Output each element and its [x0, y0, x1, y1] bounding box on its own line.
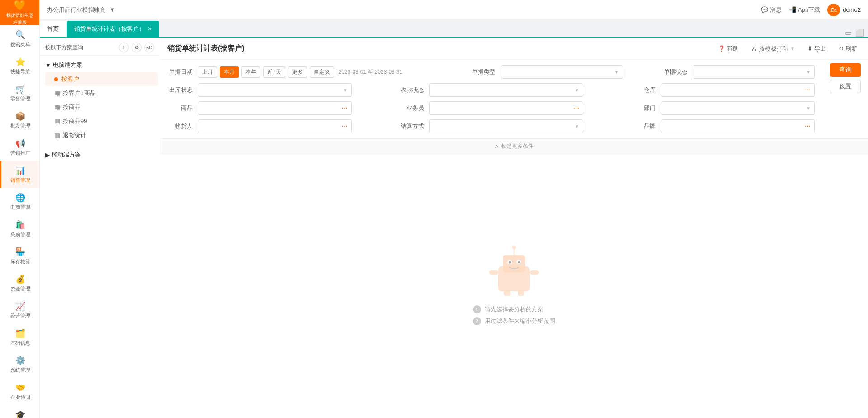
- sidebar-item-wholesale[interactable]: 📦 批发管理: [0, 107, 40, 134]
- settings-scheme-btn[interactable]: ⚙: [132, 43, 142, 52]
- date-btn-this-month[interactable]: 本月: [220, 66, 239, 78]
- filter-row-2: 出库状态 ▼ 收款状态 ▼ 仓库: [167, 83, 861, 97]
- settlement-label: 结算方式: [399, 122, 424, 130]
- hint-2-text: 用过滤条件来缩小分析范围: [485, 317, 555, 325]
- recipient-ellipsis-icon[interactable]: ···: [341, 122, 347, 130]
- app-download-icon: 📲: [789, 6, 796, 13]
- panel-item-by-product-99[interactable]: ▤ 按商品99: [45, 114, 158, 128]
- refresh-btn[interactable]: ↻ 刷新: [835, 43, 861, 55]
- sidebar-item-inventory[interactable]: 🏪 库存核算: [0, 242, 40, 270]
- doc-status-select[interactable]: ▼: [693, 65, 815, 79]
- sidebar-wholesale-label: 批发管理: [10, 123, 30, 129]
- panel-item-by-customer-product-label: 按客户+商品: [63, 89, 96, 97]
- receipt-status-select[interactable]: ▼: [429, 83, 583, 97]
- dept-select[interactable]: ▼: [661, 101, 815, 115]
- empty-hints: 1 请先选择要分析的方案 2 用过滤条件来缩小分析范围: [473, 305, 555, 329]
- svg-rect-7: [530, 270, 539, 275]
- query-btn[interactable]: 查询: [830, 63, 861, 77]
- help-btn[interactable]: ❓ 帮助: [714, 43, 742, 55]
- goods-input[interactable]: ···: [198, 101, 352, 115]
- dept-label: 部门: [630, 104, 656, 112]
- page-header: 销货单统计计表(按客户) ❓ 帮助 🖨 按模板打印 ▼ ⬇ 导出: [160, 38, 868, 60]
- date-btn-custom[interactable]: 自定义: [310, 66, 334, 78]
- sidebar-item-sales[interactable]: 📊 销售管理: [0, 161, 40, 188]
- out-status-label: 出库状态: [167, 86, 193, 94]
- mobile-section-arrow: ▶: [45, 152, 50, 158]
- date-btn-more[interactable]: 更多: [288, 66, 307, 78]
- wholesale-icon: 📦: [15, 111, 25, 121]
- panel-item-by-customer[interactable]: 按客户: [45, 72, 158, 86]
- breadcrumb: 办公用品行业模拟账套 ▼: [47, 6, 115, 14]
- date-btn-this-year[interactable]: 本年: [241, 66, 260, 78]
- date-btn-last-month[interactable]: 上月: [198, 66, 217, 78]
- settings-btn[interactable]: 设置: [830, 80, 861, 93]
- enterprise-icon: 🤝: [15, 383, 25, 393]
- sidebar-item-quicknav[interactable]: ⭐ 快捷导航: [0, 52, 40, 80]
- app-download-label: App下载: [798, 6, 820, 14]
- doc-type-select[interactable]: ▼: [501, 65, 623, 79]
- date-label: 单据日期: [167, 68, 193, 76]
- out-status-select[interactable]: ▼: [198, 83, 352, 97]
- search-menu-icon: 🔍: [15, 30, 25, 40]
- inventory-icon: 🏪: [15, 247, 25, 257]
- panel-item-by-customer-product[interactable]: ▦ 按客户+商品: [45, 86, 158, 100]
- staff-ellipsis-icon[interactable]: ···: [573, 104, 579, 112]
- sidebar-item-system[interactable]: ⚙️ 系统管理: [0, 351, 40, 378]
- settlement-select[interactable]: ▼: [429, 119, 583, 133]
- sidebar-item-purchase[interactable]: 🛍️ 采购管理: [0, 215, 40, 242]
- left-panel-actions: + ⚙ ≪: [119, 43, 154, 52]
- tab-minimize-icon[interactable]: ▭: [845, 28, 852, 37]
- collapse-panel-btn[interactable]: ≪: [144, 43, 154, 52]
- warehouse-input[interactable]: ···: [661, 83, 815, 97]
- tab-close-icon[interactable]: ✕: [147, 26, 152, 32]
- left-panel-header: 按以下方案查询 + ⚙ ≪: [40, 38, 160, 56]
- out-status-arrow-icon: ▼: [343, 88, 348, 93]
- active-dot-icon: [54, 77, 58, 81]
- date-btn-7days[interactable]: 近7天: [263, 66, 285, 78]
- collapse-bar[interactable]: ∧ 收起更多条件: [160, 139, 868, 154]
- sidebar-item-retail[interactable]: 🛒 零售管理: [0, 80, 40, 107]
- warehouse-ellipsis-icon[interactable]: ···: [805, 86, 811, 94]
- sidebar-item-operations[interactable]: 📈 经营管理: [0, 297, 40, 324]
- brand-ellipsis-icon[interactable]: ···: [805, 122, 811, 130]
- tab-home-label: 首页: [47, 25, 59, 33]
- message-btn[interactable]: 💬 消息: [761, 6, 782, 14]
- system-icon: ⚙️: [15, 356, 25, 366]
- tab-home[interactable]: 首页: [40, 21, 66, 37]
- mobile-section-title[interactable]: ▶ 移动端方案: [40, 148, 160, 162]
- sidebar-item-ecommerce[interactable]: 🌐 电商管理: [0, 188, 40, 215]
- sidebar-item-search[interactable]: 🔍 搜索菜单: [0, 25, 40, 52]
- export-btn[interactable]: ⬇ 导出: [804, 43, 830, 55]
- sidebar-quicknav-label: 快捷导航: [10, 68, 30, 75]
- receipt-status-label: 收款状态: [399, 86, 424, 94]
- desktop-section-title[interactable]: ▼ 电脑端方案: [40, 58, 160, 72]
- template-print-btn[interactable]: 🖨 按模板打印 ▼: [748, 43, 798, 55]
- brand-input[interactable]: ···: [661, 119, 815, 133]
- content-area: 按以下方案查询 + ⚙ ≪ ▼ 电脑端方案 按客户: [40, 38, 868, 418]
- staff-input[interactable]: ···: [429, 101, 583, 115]
- sidebar-enterprise-label: 企业协同: [10, 394, 30, 401]
- panel-item-return-stat[interactable]: ▤ 退货统计: [45, 128, 158, 142]
- recipient-label: 收货人: [167, 122, 193, 130]
- tab-maximize-icon[interactable]: ⬜: [855, 28, 864, 37]
- tab-sales-stat[interactable]: 销货单统计计表（按客户） ✕: [67, 21, 159, 37]
- panel-item-by-product[interactable]: ▦ 按商品: [45, 100, 158, 114]
- purchase-icon: 🛍️: [15, 220, 25, 230]
- empty-svg: [487, 244, 541, 298]
- add-scheme-btn[interactable]: +: [119, 43, 129, 52]
- sidebar-item-basic[interactable]: 🗂️ 基础信息: [0, 324, 40, 351]
- sidebar-item-marketing[interactable]: 📢 营销推广: [0, 134, 40, 161]
- svg-point-4: [509, 261, 511, 263]
- sidebar-item-newbie[interactable]: 🎓 新手引导: [0, 405, 40, 418]
- sidebar-item-enterprise[interactable]: 🤝 企业协同: [0, 378, 40, 405]
- app-download-btn[interactable]: 📲 App下载: [789, 6, 820, 14]
- empty-hint-1: 1 请先选择要分析的方案: [473, 305, 555, 314]
- empty-illustration: [487, 244, 541, 298]
- user-info[interactable]: Ea demo2: [827, 4, 861, 16]
- sidebar-item-finance[interactable]: 💰 资金管理: [0, 270, 40, 297]
- recipient-input[interactable]: ···: [198, 119, 352, 133]
- grid-icon-1: ▦: [54, 90, 60, 97]
- finance-icon: 💰: [15, 274, 25, 284]
- goods-ellipsis-icon[interactable]: ···: [341, 104, 347, 112]
- quicknav-icon: ⭐: [15, 57, 25, 67]
